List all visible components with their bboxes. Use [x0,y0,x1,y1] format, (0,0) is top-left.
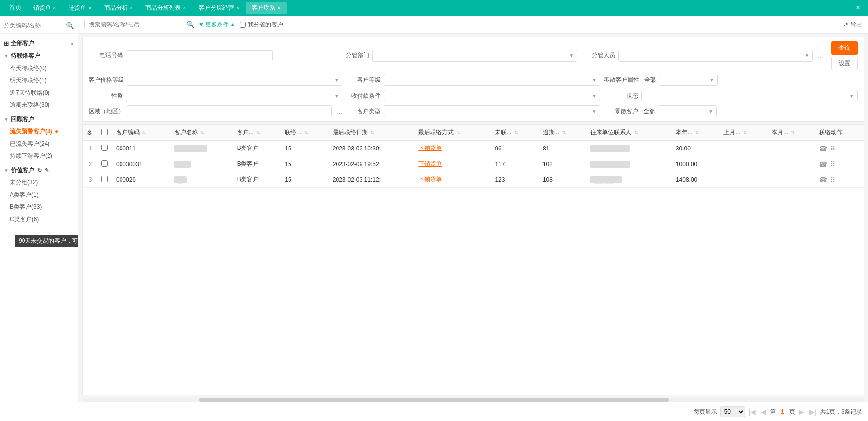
sidebar-item-churned[interactable]: 已流失客户(24) [0,138,78,150]
row-check-0[interactable] [97,141,112,156]
contact-icon-1[interactable]: ☎ [819,160,827,168]
last-way-link-0[interactable]: 下销货单 [418,145,442,151]
edit-icon[interactable]: ✎ [45,167,49,173]
col-header-this-year[interactable]: 本年... ⇅ [672,125,720,141]
close-tab-2-icon[interactable]: × [130,5,133,11]
sidebar-item-a-class[interactable]: A类客户(1) [0,189,78,201]
table-settings-icon[interactable]: ⚙ [87,129,92,136]
col-header-unit-contact[interactable]: 往来单位联系人 ⇅ [586,125,672,141]
sidebar-search-input[interactable] [4,22,66,29]
scrollbar[interactable] [82,398,864,402]
col-header-last-month[interactable]: 上月... ⇅ [720,125,768,141]
sidebar-group-pending: ▼ 待联络客户 今天待联络(0) 明天待联络(1) 近7天待联络(0) 逾期未联… [0,50,78,111]
sidebar-collapse-icon[interactable]: « [71,40,74,47]
row-level-1: B类客户 [233,156,281,172]
last-way-link-2[interactable]: 下销货单 [418,176,442,183]
app-close-button[interactable]: × [852,3,864,12]
filter-search-input[interactable] [84,19,182,30]
filter-price-level-select[interactable]: ▼ [127,74,342,86]
per-page-select[interactable]: 50 100 [720,406,745,417]
sidebar-item-declining[interactable]: 持续下滑客户(2) [0,150,78,162]
nav-tab-0[interactable]: 销货单 × [27,2,62,14]
row-checkbox-0[interactable] [101,145,108,151]
filter-zero-customer-select[interactable]: ▼ [658,105,717,117]
row-name-1: ██ [170,156,233,172]
row-check-1[interactable] [97,156,112,172]
col-header-overdue[interactable]: 逾期... ⇅ [539,125,587,141]
sidebar-group-pending-title[interactable]: ▼ 待联络客户 [0,50,78,62]
close-tab-3-icon[interactable]: × [183,5,186,11]
sidebar-item-c-class[interactable]: C类客户(6) [0,213,78,225]
row-last-way-0[interactable]: 下销货单 [414,141,491,156]
sidebar-item-overdue[interactable]: 逾期未联络(30) [0,99,78,111]
filter-region-select[interactable] [127,105,332,117]
row-not-contacted-2: 123 [491,172,539,188]
nav-tab-2[interactable]: 商品分析 × [98,2,139,14]
filter-more-button[interactable]: ▼ 更多条件 ▲ [198,21,236,29]
nav-tab-5[interactable]: 客户联系 × [246,2,286,14]
nav-tab-1[interactable]: 进货单 × [63,2,97,14]
sidebar-item-today[interactable]: 今天待联络(0) [0,62,78,74]
more-icon-0[interactable]: ⠿ [830,145,835,152]
row-checkbox-1[interactable] [101,160,108,167]
more-icon-2[interactable]: ⠿ [830,176,835,184]
more-icon-1[interactable]: ⠿ [830,160,835,168]
filter-search-button[interactable]: 🔍 [186,21,194,28]
nav-tab-4[interactable]: 客户分层经营 × [193,2,245,14]
row-last-way-1[interactable]: 下销货单 [414,156,491,172]
filter-field-person: 分管人员 ▼ ... [581,50,823,62]
col-header-last-date[interactable]: 最后联络日期 ⇅ [329,125,415,141]
close-tab-5-icon[interactable]: × [277,5,280,11]
row-last-way-2[interactable]: 下销货单 [414,172,491,188]
sidebar-group-review-title[interactable]: ▼ 回顾客户 [0,113,78,125]
sidebar-item-b-class[interactable]: B类客户(33) [0,201,78,213]
col-header-level[interactable]: 客户... ⇅ [233,125,281,141]
col-header-code[interactable]: 客户编码 ⇅ [112,125,170,141]
sidebar-item-churn-warning[interactable]: 流失预警客户(3) ● [0,125,78,138]
filter-person-select[interactable]: ▼ [618,50,813,62]
close-tab-0-icon[interactable]: × [53,5,56,11]
close-tab-1-icon[interactable]: × [88,5,91,11]
filter-dept-select[interactable]: ▼ [372,50,578,62]
filter-region-label: 区域（地区） [89,107,124,116]
col-header-not-contacted[interactable]: 未联... ⇅ [491,125,539,141]
nav-tab-3[interactable]: 商品分析列表 × [140,2,192,14]
prev-page-button[interactable]: ◀ [760,408,767,416]
sidebar-all-customers[interactable]: ⊞ 全部客户 « [0,37,78,50]
filter-export-button[interactable]: ↗ 导出 [844,21,862,29]
refresh-icon[interactable]: ↻ [37,167,42,173]
select-all-checkbox[interactable] [101,129,108,135]
nav-home[interactable]: 首页 [4,1,26,14]
sort-icon-12: ⇅ [791,130,795,135]
filter-my-customers-check[interactable]: 我分管的客户 [240,21,283,29]
first-page-button[interactable]: |◀ [748,408,757,416]
col-header-last-way[interactable]: 最后联络方式 ⇅ [414,125,491,141]
filter-nature-select[interactable]: ▼ [126,90,342,101]
next-page-button[interactable]: ▶ [798,408,805,416]
last-way-link-1[interactable]: 下销货单 [418,160,442,167]
contact-icon-2[interactable]: ☎ [819,176,827,184]
row-checkbox-2[interactable] [101,176,108,182]
col-header-contact[interactable]: 联络... ⇅ [281,125,329,141]
contact-icon-0[interactable]: ☎ [819,145,827,152]
filter-status-select[interactable]: ▼ [641,90,858,101]
query-button[interactable]: 查询 [831,41,858,55]
filter-payment-select[interactable]: ▼ [384,90,600,101]
sidebar-item-7days[interactable]: 近7天待联络(0) [0,87,78,99]
filter-customer-type-select[interactable]: ▼ [384,105,600,117]
sidebar-item-tomorrow[interactable]: 明天待联络(1) [0,74,78,87]
close-tab-4-icon[interactable]: × [236,5,239,11]
col-header-name[interactable]: 客户名称 ⇅ [170,125,233,141]
row-check-2[interactable] [97,172,112,188]
sidebar-group-value-title[interactable]: ▼ 价值客户 ↻ ✎ [0,164,78,176]
filter-zero-attr-select[interactable]: ▼ [659,74,718,86]
sidebar-item-ungroup[interactable]: 未分组(32) [0,176,78,189]
filter-region-more[interactable]: ... [337,107,342,115]
last-page-button[interactable]: ▶| [808,408,818,416]
settings-button[interactable]: 设置 [831,57,858,70]
col-header-this-month[interactable]: 本月... ⇅ [768,125,816,141]
my-customers-checkbox[interactable] [240,22,246,28]
filter-phone-input[interactable] [126,50,273,61]
filter-person-more[interactable]: ... [818,52,823,60]
filter-customer-level-select[interactable]: ▼ [384,74,600,86]
